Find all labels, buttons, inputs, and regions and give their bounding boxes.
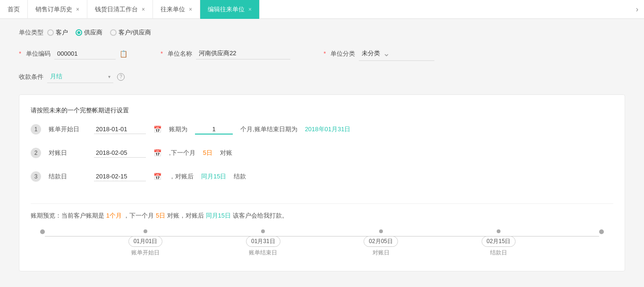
tabs-bar: 首页 销售订单历史 × 钱货日清工作台 × 往来单位 × 编辑往来单位 × ›: [0, 0, 644, 19]
preview-period: 1个月: [106, 212, 122, 219]
step-3-date-input[interactable]: [94, 172, 146, 181]
tab-trading-partner-close[interactable]: ×: [189, 6, 192, 13]
tab-home[interactable]: 首页: [0, 0, 28, 19]
timeline-node-0215: 02月15日 结款日: [482, 229, 516, 257]
payment-terms-arrow-icon: ▾: [108, 74, 110, 79]
step-1-calendar-icon[interactable]: 📅: [153, 126, 161, 133]
step-1-row: 1 账单开始日 📅 账期为 个月,账单结束日期为 2018年01月31日: [31, 124, 613, 135]
radio-customer-label: 客户: [56, 28, 68, 37]
step-1-suffix: 个月,账单结束日期为: [240, 125, 297, 134]
unit-name-group: * 单位名称: [161, 48, 290, 59]
tab-sales-order-history-close[interactable]: ×: [76, 6, 79, 13]
unit-type-group: 单位类型 客户 供应商 客户/供应商: [19, 28, 151, 37]
payment-terms-group: 收款条件 月结 ▾ ?: [19, 70, 125, 83]
timeline-dot-0131: [261, 229, 265, 233]
help-icon[interactable]: ?: [117, 73, 125, 81]
tab-edit-trading-partner-close[interactable]: ×: [248, 6, 252, 13]
unit-info-row: * 单位编码 📋 * 单位名称 * 单位分类 未分类 ⌄: [19, 46, 625, 61]
preview-text: 账期预览：当前客户账期是 1个月 ，下一个月 5日 对账，对账后 同月15日 该…: [31, 211, 613, 220]
payment-terms-row: 收款条件 月结 ▾ ?: [19, 70, 625, 83]
step-3-label: 结款日: [49, 172, 86, 181]
step-3-number: 3: [31, 171, 41, 182]
step-2-date-input[interactable]: [94, 148, 146, 158]
step-3-highlight: 同月15日: [201, 172, 226, 181]
step-3-row: 3 结款日 📅 ，对账后 同月15日 结款: [31, 171, 613, 182]
preview-comma: ，下一个月: [123, 212, 154, 219]
radio-customer-supplier[interactable]: 客户/供应商: [110, 28, 151, 37]
timeline-label-0101: 账单开始日: [131, 249, 160, 257]
timeline-start: [40, 229, 45, 253]
step-1-end-date: 2018年01月31日: [305, 125, 351, 134]
timeline-box-0215: 02月15日: [482, 236, 516, 247]
step-2-prefix: ,下一个月: [169, 149, 195, 157]
timeline: 01月01日 账单开始日 01月31日 账单结束日 02月05日 对账日: [31, 229, 613, 257]
step-2-row: 2 对账日 📅 ,下一个月 5日 对账: [31, 148, 613, 158]
tab-edit-trading-partner[interactable]: 编辑往来单位 ×: [200, 0, 260, 19]
radio-customer[interactable]: 客户: [47, 28, 68, 37]
unit-category-value: 未分类: [362, 49, 380, 58]
preview-prefix: 账期预览：当前客户账期是: [31, 212, 104, 219]
payment-terms-value: 月结: [50, 72, 106, 81]
step-1-period-input[interactable]: [195, 125, 233, 135]
preview-check-day: 5日: [156, 212, 165, 219]
tab-cash-workbench-close[interactable]: ×: [142, 6, 145, 13]
radio-supplier-circle: [76, 29, 82, 36]
unit-category-group: * 单位分类 未分类 ⌄: [323, 46, 434, 61]
timeline-nodes: 01月01日 账单开始日 01月31日 账单结束日 02月05日 对账日: [31, 229, 613, 257]
unit-code-copy-icon[interactable]: 📋: [119, 50, 127, 58]
unit-name-input[interactable]: [196, 48, 290, 59]
timeline-node-0131: 01月31日 账单结束日: [246, 229, 280, 257]
tab-sales-order-history[interactable]: 销售订单历史 ×: [28, 0, 87, 19]
timeline-label-0205: 对账日: [373, 249, 390, 257]
unit-category-required: *: [323, 50, 326, 57]
step-1-number: 1: [31, 124, 41, 135]
tab-more-button[interactable]: ›: [630, 5, 644, 14]
page-content: 单位类型 客户 供应商 客户/供应商 * 单位编码: [0, 19, 644, 283]
timeline-start-dot: [40, 229, 45, 234]
step-2-number: 2: [31, 148, 41, 158]
unit-category-select[interactable]: 未分类 ⌄: [359, 46, 434, 61]
step-2-suffix: 对账: [220, 149, 232, 157]
settings-panel: 请按照未来的一个完整帐期进行设置 1 账单开始日 📅 账期为 个月,账单结束日期…: [19, 94, 625, 271]
preview-pay-day: 同月15日: [206, 212, 231, 219]
payment-terms-select[interactable]: 月结 ▾: [47, 70, 113, 83]
step-2-label: 对账日: [49, 149, 86, 157]
unit-type-label: 单位类型: [19, 28, 43, 37]
timeline-node-0205: 02月05日 对账日: [364, 229, 398, 257]
unit-name-label: 单位名称: [168, 50, 192, 58]
step-2-calendar-icon[interactable]: 📅: [153, 149, 161, 157]
unit-category-arrow-icon: ⌄: [383, 48, 390, 59]
preview-suffix: 该客户会给我打款。: [233, 212, 288, 219]
unit-code-group: * 单位编码 📋: [19, 48, 127, 59]
unit-name-required: *: [161, 50, 163, 57]
timeline-dot-0215: [497, 229, 500, 233]
unit-code-required: *: [19, 50, 21, 57]
tab-cash-workbench-label: 钱货日清工作台: [95, 5, 138, 14]
radio-customer-supplier-circle: [110, 29, 117, 36]
tab-trading-partner-label: 往来单位: [161, 5, 185, 14]
timeline-end: [599, 229, 604, 253]
step-3-suffix: 结款: [234, 172, 246, 181]
panel-title: 请按照未来的一个完整帐期进行设置: [31, 106, 613, 115]
timeline-node-0101: 01月01日 账单开始日: [128, 229, 163, 257]
preview-section: 账期预览：当前客户账期是 1个月 ，下一个月 5日 对账，对账后 同月15日 该…: [31, 186, 613, 257]
timeline-label-0131: 账单结束日: [249, 249, 277, 257]
timeline-box-0205: 02月05日: [364, 236, 398, 247]
tab-trading-partner[interactable]: 往来单位 ×: [153, 0, 200, 19]
radio-customer-supplier-label: 客户/供应商: [119, 28, 151, 37]
tab-cash-workbench[interactable]: 钱货日清工作台 ×: [87, 0, 153, 19]
preview-mid: 对账，对账后: [167, 212, 204, 219]
radio-customer-circle: [47, 29, 54, 36]
unit-type-radio-group: 客户 供应商 客户/供应商: [47, 28, 151, 37]
unit-category-label: 单位分类: [330, 50, 355, 58]
step-3-prefix: ，对账后: [169, 172, 194, 181]
unit-code-input[interactable]: [54, 48, 116, 59]
step-3-calendar-icon[interactable]: 📅: [153, 173, 161, 180]
unit-code-label: 单位编码: [26, 50, 51, 58]
tab-edit-trading-partner-label: 编辑往来单位: [208, 5, 245, 14]
step-2-highlight: 5日: [203, 149, 212, 157]
step-1-date-input[interactable]: [94, 125, 146, 134]
radio-supplier[interactable]: 供应商: [76, 28, 102, 37]
payment-terms-label: 收款条件: [19, 73, 43, 81]
timeline-label-0215: 结款日: [490, 249, 507, 257]
